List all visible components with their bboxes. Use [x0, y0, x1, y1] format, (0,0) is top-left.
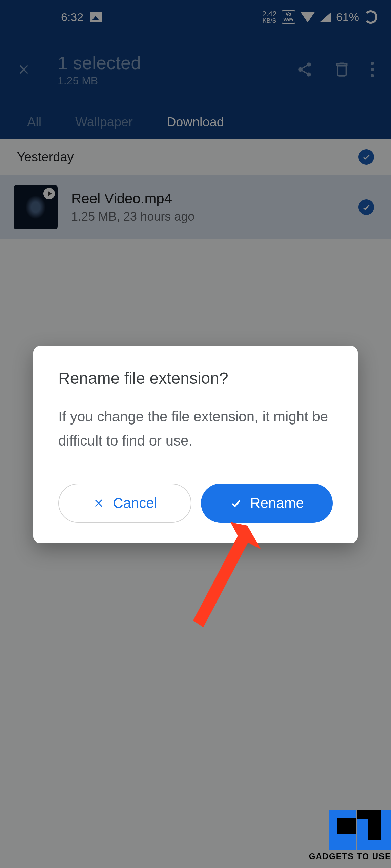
x-icon	[92, 497, 105, 509]
watermark-logo	[329, 810, 391, 850]
cancel-button[interactable]: Cancel	[58, 484, 191, 523]
check-icon	[230, 497, 242, 509]
dialog-actions: Cancel Rename	[58, 484, 333, 523]
rename-confirmation-dialog: Rename file extension? If you change the…	[33, 346, 358, 543]
logo-g-shape	[329, 810, 356, 850]
cancel-label: Cancel	[113, 495, 157, 511]
phone-screen: 6:32 2.42 KB/S Vo WiFi 61% 1 selected 1.…	[0, 0, 391, 868]
dialog-title: Rename file extension?	[58, 369, 333, 388]
rename-label: Rename	[250, 495, 304, 511]
watermark: GADGETS TO USE	[309, 810, 391, 861]
rename-button[interactable]: Rename	[201, 484, 333, 523]
dialog-message: If you change the file extension, it mig…	[58, 405, 333, 453]
watermark-text: GADGETS TO USE	[309, 852, 391, 861]
logo-j-shape	[357, 810, 391, 850]
